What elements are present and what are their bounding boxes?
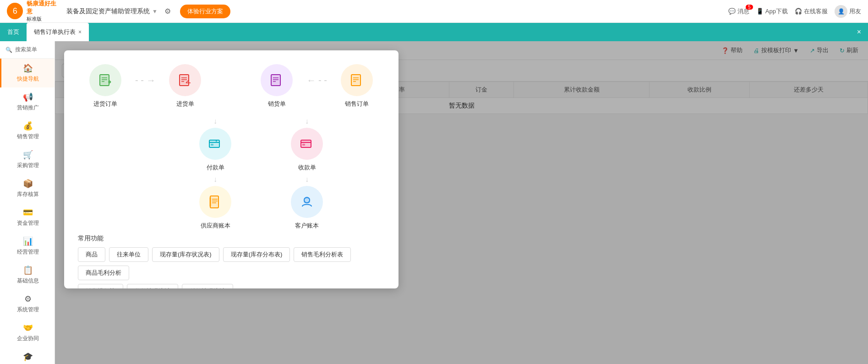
settings-icon[interactable]: ⚙ — [164, 7, 171, 16]
func-btn-receipt-stats[interactable]: 收款情况统计 — [127, 284, 178, 288]
search-menu[interactable]: 🔍 搜索菜单 — [0, 41, 55, 59]
func-btn-product-profit[interactable]: 商品毛利分析 — [78, 266, 129, 280]
top-header: 6 畅康通好生意 标准版 装备及固定资产辅助管理系统 ▼ ⚙ 体验行业方案 💬 … — [0, 0, 868, 23]
common-section: 常用功能 商品 往来单位 现存量(库存状况表) 现存量(库存分布表) 销售毛利分… — [64, 230, 399, 288]
sidebar-item-sales[interactable]: 💰 销售管理 — [0, 116, 55, 145]
common-functions-row-2: 销售排行榜 收款情况统计 付款情况统计 — [78, 284, 385, 288]
tab-close-icon[interactable]: × — [78, 29, 82, 35]
tab-home[interactable]: 首页 — [0, 23, 27, 41]
func-btn-product[interactable]: 商品 — [78, 247, 105, 262]
purchase-receipt-icon — [169, 64, 201, 96]
basic-info-icon: 📋 — [23, 265, 33, 275]
svg-rect-20 — [209, 140, 219, 147]
sidebar-item-marketing[interactable]: 📢 营销推广 — [0, 87, 55, 116]
sidebar-item-enterprise[interactable]: 🤝 企业协同 — [0, 318, 55, 347]
svg-rect-15 — [351, 75, 360, 86]
tab-bar-close[interactable]: × — [857, 28, 868, 36]
svg-rect-25 — [301, 140, 311, 147]
tab-sales-order-exec[interactable]: 销售订单执行表 × — [27, 23, 89, 41]
sidebar-item-system[interactable]: ⚙ 系统管理 — [0, 289, 55, 318]
func-btn-sales-profit[interactable]: 销售毛利分析表 — [294, 247, 351, 262]
user-menu[interactable]: 👤 用友 — [835, 5, 861, 18]
sidebar-item-beginner[interactable]: 🎓 新手引导 — [0, 347, 55, 364]
down-arrow-payment: ↓ — [213, 117, 217, 125]
quick-nav-icon: 🏠 — [23, 63, 33, 73]
sidebar-item-finance[interactable]: 💳 资金管理 — [0, 203, 55, 232]
sidebar-item-inventory[interactable]: 📦 库存核算 — [0, 174, 55, 203]
common-functions-title: 常用功能 — [78, 234, 385, 243]
sidebar-item-quick-nav[interactable]: 🏠 快捷导航 — [0, 59, 55, 87]
svg-rect-23 — [211, 144, 213, 146]
func-btn-payment-stats[interactable]: 付款情况统计 — [182, 284, 233, 288]
sales-order-icon — [341, 64, 373, 96]
system-icon: ⚙ — [24, 294, 32, 304]
flow-node-purchase-order[interactable]: 进货订单 — [78, 64, 133, 108]
flow-node-sales-invoice[interactable]: 销货单 — [249, 64, 304, 108]
message-icon: 💬 — [728, 8, 736, 15]
logo-area: 6 畅康通好生意 标准版 — [7, 0, 62, 22]
logo-text: 畅康通好生意 标准版 — [27, 0, 62, 22]
modal-box: 进货订单 - - → — [64, 50, 399, 288]
customer-ledger-icon — [291, 186, 323, 218]
modal-overlay: 进货订单 - - → — [55, 41, 868, 364]
down-arrow-customer: ↓ — [305, 175, 309, 184]
online-service-button[interactable]: 🎧 在线客服 — [795, 7, 828, 16]
flow-col-receipt: ↓ 收款单 — [279, 117, 334, 172]
func-btn-stock-status[interactable]: 现存量(库存状况表) — [152, 247, 219, 262]
headset-icon: 🎧 — [795, 8, 802, 15]
func-btn-sales-rank[interactable]: 销售排行榜 — [78, 284, 123, 288]
down-arrow-receipt: ↓ — [305, 117, 309, 125]
enterprise-icon: 🤝 — [23, 323, 33, 333]
flow-arrow-1: - - → — [135, 75, 155, 97]
common-functions-row-1: 商品 往来单位 现存量(库存状况表) 现存量(库存分布表) 销售毛利分析表 商品… — [78, 247, 385, 280]
purchase-order-icon — [89, 64, 121, 96]
flow-node-payment[interactable]: ¥ 付款单 — [188, 128, 243, 172]
svg-text:¥: ¥ — [215, 139, 218, 143]
svg-rect-28 — [302, 144, 305, 146]
flow-node-receipt[interactable]: 收款单 — [279, 128, 334, 172]
inventory-icon: 📦 — [23, 179, 33, 189]
avatar: 👤 — [835, 5, 847, 18]
supplier-ledger-icon — [199, 186, 231, 218]
svg-rect-31 — [209, 197, 211, 206]
message-badge: 5 — [746, 5, 753, 10]
func-btn-partners[interactable]: 往来单位 — [109, 247, 148, 262]
beginner-icon: 🎓 — [23, 352, 33, 362]
svg-rect-5 — [180, 75, 189, 86]
sidebar-item-basic-info[interactable]: 📋 基础信息 — [0, 261, 55, 289]
message-button[interactable]: 💬 消息 5 — [728, 7, 749, 16]
sidebar: 🔍 搜索菜单 🏠 快捷导航 📢 营销推广 💰 销售管理 🛒 采购管理 📦 库存核… — [0, 41, 55, 364]
dropdown-arrow-icon[interactable]: ▼ — [152, 8, 158, 15]
flow-col-supplier-ledger: ↓ — [188, 175, 243, 230]
flow-node-purchase-receipt[interactable]: 进货单 — [158, 64, 213, 108]
purchase-icon: 🛒 — [23, 150, 33, 160]
app-download-button[interactable]: 📱 App下载 — [756, 7, 788, 16]
svg-rect-29 — [210, 196, 218, 208]
svg-rect-10 — [271, 75, 280, 86]
flow-arrow-2: ← - - — [306, 75, 327, 97]
main-layout: 🔍 搜索菜单 🏠 快捷导航 📢 营销推广 💰 销售管理 🛒 采购管理 📦 库存核… — [0, 41, 868, 364]
payment-icon: ¥ — [199, 128, 231, 160]
finance-icon: 💳 — [23, 207, 33, 217]
operation-icon: 📊 — [23, 236, 33, 246]
down-arrow-supplier: ↓ — [213, 175, 217, 184]
trial-button[interactable]: 体验行业方案 — [180, 5, 230, 18]
svg-rect-0 — [100, 75, 109, 86]
flow-col-payment: ↓ ¥ — [188, 117, 243, 172]
flow-node-sales-order[interactable]: 销售订单 — [329, 64, 384, 108]
sales-invoice-icon — [261, 64, 293, 96]
flow-row-1: 进货订单 - - → — [78, 64, 385, 108]
receipt-icon — [291, 128, 323, 160]
flow-node-supplier-ledger[interactable]: 供应商账本 — [188, 186, 243, 230]
marketing-icon: 📢 — [23, 92, 33, 102]
flow-col-customer-ledger: ↓ 客户账本 — [279, 175, 334, 230]
flow-node-customer-ledger[interactable]: 客户账本 — [279, 186, 334, 230]
sidebar-item-purchase[interactable]: 🛒 采购管理 — [0, 145, 55, 174]
flow-section: 进货订单 - - → — [64, 50, 399, 230]
sidebar-item-operation[interactable]: 📊 经营管理 — [0, 232, 55, 261]
search-icon: 🔍 — [5, 47, 12, 53]
content-area: ❓ 帮助 🖨 按模板打印 ▼ ↗ 导出 ↻ 刷新 📅 — [55, 41, 868, 364]
phone-icon: 📱 — [756, 8, 764, 15]
header-right: 💬 消息 5 📱 App下载 🎧 在线客服 👤 用友 — [728, 5, 861, 18]
func-btn-stock-dist[interactable]: 现存量(库存分布表) — [223, 247, 290, 262]
